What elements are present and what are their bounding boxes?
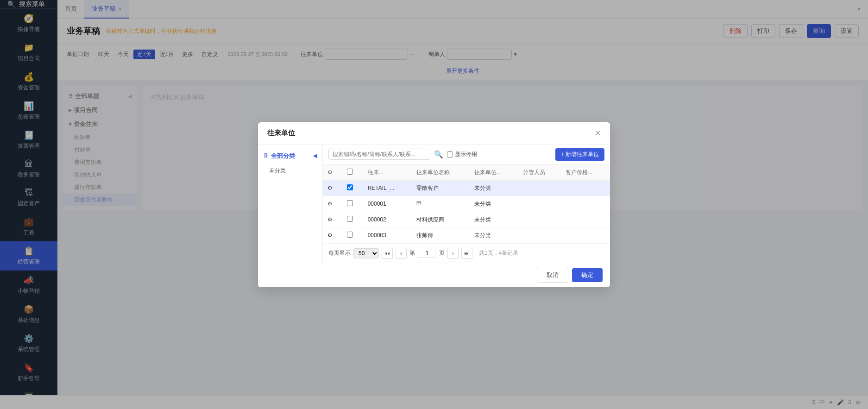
confirm-button[interactable]: 确定	[572, 268, 603, 282]
dialog-pagination: 每页显示 50 20 100 ⏮ ‹ 第 页 › ⏭ 共1页，4条记录	[323, 244, 610, 263]
dialog-footer: 取消 确定	[258, 263, 610, 287]
first-page-btn[interactable]: ⏮	[382, 248, 393, 259]
th-name: 往来单位名称	[412, 165, 470, 181]
row-name: 甲	[412, 196, 470, 212]
row-price	[561, 227, 610, 243]
dialog-header: 往来单位 ✕	[258, 122, 610, 145]
row-settings[interactable]: ⚙	[323, 227, 342, 243]
row-manager	[518, 196, 561, 212]
table-row[interactable]: ⚙ 000001 甲 未分类	[323, 196, 610, 212]
show-disabled-checkbox[interactable]: 显示停用	[447, 151, 477, 158]
disabled-checkbox[interactable]	[447, 151, 453, 157]
th-checkbox[interactable]	[342, 165, 363, 181]
th-code: 往来...	[363, 165, 412, 181]
th-manager: 分管人员	[518, 165, 561, 181]
dialog-right-panel: 🔍 显示停用 + 新增往来单位 ⚙ 往来...	[323, 145, 610, 263]
row-checkbox[interactable]	[342, 196, 363, 212]
row-name: 零散客户	[412, 180, 470, 196]
th-settings[interactable]: ⚙	[323, 165, 342, 181]
row-code: 000001	[363, 196, 412, 212]
next-page-btn[interactable]: ›	[447, 248, 459, 259]
dialog-table: ⚙ 往来... 往来单位名称 往来单位... 分管人员 客户价格... ⚙ RE…	[323, 165, 610, 244]
page-label: 第	[409, 249, 415, 257]
all-category-btn[interactable]: ⠿ 全部分类 ◀	[258, 148, 322, 164]
row-manager	[518, 227, 561, 243]
table-row[interactable]: ⚙ 000003 张师傅 未分类	[323, 227, 610, 243]
dialog-close-button[interactable]: ✕	[595, 129, 601, 138]
row-settings[interactable]: ⚙	[323, 196, 342, 212]
row-price	[561, 196, 610, 212]
row-code: 000002	[363, 212, 412, 227]
row-name: 材料供应商	[412, 212, 470, 227]
last-page-btn[interactable]: ⏭	[461, 248, 472, 259]
row-settings[interactable]: ⚙	[323, 212, 342, 227]
uncategorized-item[interactable]: 未分类	[258, 164, 322, 177]
of-label: 页	[439, 249, 445, 257]
th-category: 往来单位...	[470, 165, 519, 181]
collapse-dialog-left-icon: ◀	[313, 153, 317, 159]
dialog-title: 往来单位	[267, 129, 295, 138]
row-settings[interactable]: ⚙	[323, 180, 342, 196]
row-code: 000003	[363, 227, 412, 243]
select-all-checkbox[interactable]	[347, 169, 353, 175]
prev-page-btn[interactable]: ‹	[396, 248, 407, 259]
dialog-body: ⠿ 全部分类 ◀ 未分类 🔍 显示停用 + 新增往来单位	[258, 145, 610, 263]
add-counterpart-button[interactable]: + 新增往来单位	[555, 148, 604, 161]
row-checkbox[interactable]	[342, 180, 363, 196]
dialog: 往来单位 ✕ ⠿ 全部分类 ◀ 未分类 🔍	[258, 122, 610, 287]
row-price	[561, 212, 610, 227]
row-category: 未分类	[470, 180, 519, 196]
total-label: 共1页，4条记录	[479, 249, 518, 257]
dialog-search-input[interactable]	[328, 149, 430, 160]
row-price	[561, 180, 610, 196]
modal-overlay: 往来单位 ✕ ⠿ 全部分类 ◀ 未分类 🔍	[0, 0, 868, 409]
row-manager	[518, 212, 561, 227]
row-checkbox[interactable]	[342, 227, 363, 243]
table-header-row: ⚙ 往来... 往来单位名称 往来单位... 分管人员 客户价格...	[323, 165, 610, 181]
row-name: 张师傅	[412, 227, 470, 243]
table-row[interactable]: ⚙ 000002 材料供应商 未分类	[323, 212, 610, 227]
row-category: 未分类	[470, 196, 519, 212]
row-category: 未分类	[470, 212, 519, 227]
row-category: 未分类	[470, 227, 519, 243]
dialog-table-scroll: ⚙ 往来... 往来单位名称 往来单位... 分管人员 客户价格... ⚙ RE…	[323, 165, 610, 244]
th-price: 客户价格...	[561, 165, 610, 181]
per-page-select[interactable]: 50 20 100	[353, 248, 379, 258]
cancel-button[interactable]: 取消	[537, 268, 568, 283]
row-checkbox[interactable]	[342, 212, 363, 227]
dialog-left-panel: ⠿ 全部分类 ◀ 未分类	[258, 145, 323, 263]
row-code: RETAIL_...	[363, 180, 412, 196]
page-input[interactable]	[418, 249, 436, 258]
grid-icon-dialog: ⠿	[264, 152, 268, 159]
dialog-toolbar: 🔍 显示停用 + 新增往来单位	[323, 145, 610, 165]
row-manager	[518, 180, 561, 196]
search-icon-btn[interactable]: 🔍	[434, 150, 443, 159]
table-row[interactable]: ⚙ RETAIL_... 零散客户 未分类	[323, 180, 610, 196]
per-page-label: 每页显示	[328, 249, 351, 257]
